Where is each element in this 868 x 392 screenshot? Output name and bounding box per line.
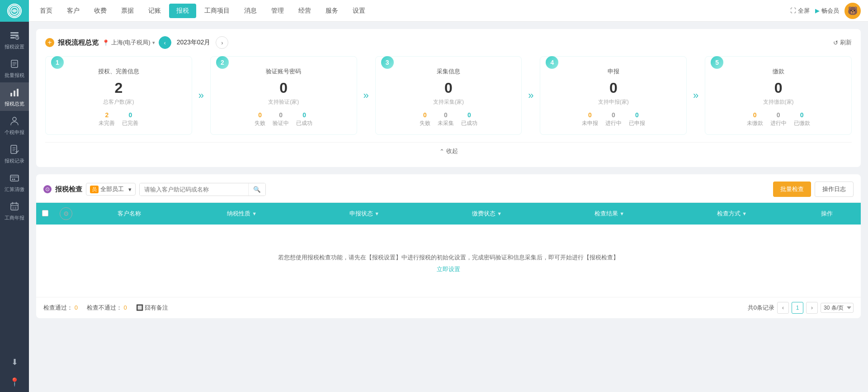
step-title-2: 验证账号密码 [218,67,349,76]
stat-num-5-1: 0 [777,111,780,119]
filter-filing-status-icon[interactable]: ▼ [374,211,379,216]
col-check-result: 检查结果 ▼ [548,203,670,225]
fail-count[interactable]: 0 [123,304,127,311]
chevron-down-icon: ▾ [152,40,155,46]
sidebar-item-tax-overview[interactable]: 报税总览 [0,82,29,111]
nav-accounting[interactable]: 记账 [141,0,168,21]
header-actions: 批量检查 操作日志 [773,182,854,197]
staff-icon: 员 [90,186,99,193]
flow-location[interactable]: 📍 上海(电子税局) ▾ [102,38,155,47]
stat-num-2-1: 0 [279,111,283,119]
sidebar-item-settlement[interactable]: 汇算清缴 [0,168,29,196]
nav-settings[interactable]: 设置 [345,0,373,21]
location-pin-icon: 📍 [8,376,21,388]
current-month: 2023年02月 [177,38,211,47]
svg-point-12 [12,179,14,180]
operation-log-button[interactable]: 操作日志 [815,182,854,197]
select-all-checkbox[interactable] [42,210,48,216]
sidebar-item-annual-report[interactable]: 工商年报 [0,196,29,225]
stat-label-4-2: 已申报 [629,120,645,127]
sidebar-item-batch-tax[interactable]: 批量报税 [0,54,29,82]
footer-fail-stat: 检查不通过： 0 [87,304,127,312]
svg-rect-1 [10,32,19,33]
search-input[interactable] [140,183,248,196]
stat-num-1-1: 0 [128,111,132,119]
step-big-num-1: 2 [53,79,184,96]
nav-message[interactable]: 消息 [237,0,264,21]
nav-invoice[interactable]: 票据 [114,0,141,21]
stat-4-1: 0 进行中 [605,111,622,127]
fullscreen-btn[interactable]: ⛶ 全屏 [790,7,810,15]
step-num-5: 5 [711,56,723,69]
nav-right-actions: ⛶ 全屏 ▶ 畅会员 🐻 [790,3,868,19]
tax-record-icon [8,143,21,156]
member-btn[interactable]: ▶ 畅会员 [815,7,839,15]
stat-1-0: 2 未完善 [99,111,115,127]
tax-overview-icon [8,86,21,99]
prev-month-btn[interactable]: ‹ [159,36,171,49]
stat-4-2: 0 已申报 [629,111,645,127]
step-big-num-5: 0 [712,79,844,96]
per-page-selector[interactable]: 30 条/页 [821,303,854,313]
check-section-icon: ⊙ [43,185,52,193]
sidebar-item-location[interactable]: 📍 [0,372,29,392]
step-sub-4: 支持申报(家) [547,98,679,106]
step-big-num-2: 0 [218,79,349,96]
filter-payment-status-icon[interactable]: ▼ [497,211,502,216]
sidebar-label-tax-settings: 报税设置 [5,43,24,50]
stat-label-5-2: 已缴款 [794,120,810,127]
stat-5-2: 0 已缴款 [794,111,810,127]
pass-count[interactable]: 0 [75,304,78,311]
nav-service[interactable]: 服务 [318,0,345,21]
staff-label: 全部员工 [100,185,124,193]
sidebar-item-tax-record[interactable]: 报税记录 [0,139,29,168]
step-sub-3: 支持采集(家) [383,98,514,106]
nav-operation[interactable]: 经营 [291,0,318,21]
refresh-button[interactable]: ↺ 刷新 [833,38,852,47]
next-page-btn[interactable]: › [806,302,818,314]
svg-rect-8 [17,89,19,96]
staff-selector[interactable]: 员 全部员工 ▾ [86,183,136,196]
col-tax-type: 纳税性质 ▼ [181,203,303,225]
filter-check-method-icon[interactable]: ▼ [742,211,747,216]
stat-2-2: 0 已成功 [296,111,312,127]
search-button[interactable]: 🔍 [248,183,265,196]
nav-tax[interactable]: 报税 [169,4,196,18]
plus-circle-icon: + [45,38,54,47]
sidebar-item-tax-settings[interactable]: 报税设置 [0,25,29,54]
stat-label-3-0: 失败 [420,120,430,127]
filter-tax-type-icon[interactable]: ▼ [252,211,257,216]
sidebar-item-download[interactable]: ⬇ [0,352,29,372]
sidebar-item-personal-filing[interactable]: 个税申报 [0,111,29,139]
filter-check-result-icon[interactable]: ▼ [619,211,624,216]
setting-link[interactable]: 立即设置 [437,266,460,272]
location-icon: 📍 [102,39,109,46]
sidebar-label-batch-tax: 批量报税 [5,72,24,79]
nav-manage[interactable]: 管理 [264,0,291,21]
svg-point-9 [13,117,16,121]
table-gear-icon[interactable]: ⚙ [60,207,72,220]
collapse-bar[interactable]: ⌃ 收起 [45,142,852,160]
empty-text: 若您想使用报税检查功能，请先在【报税设置】中进行报税的初始化设置，完成密码验证和… [278,254,619,261]
nav-business[interactable]: 工商项目 [197,0,237,21]
batch-check-button[interactable]: 批量检查 [773,182,811,197]
search-icon: 🔍 [253,186,261,193]
step-card-3: 3 采集信息 0 支持采集(家) 0 失败 0 未采集 0 已成功 [375,56,522,135]
nav-home[interactable]: 首页 [33,0,60,21]
step-stats-1: 2 未完善 0 已完善 [53,111,184,127]
nav-customer[interactable]: 客户 [60,0,87,21]
current-page-display: 1 [792,302,803,314]
avatar[interactable]: 🐻 [844,3,861,19]
prev-page-btn[interactable]: ‹ [777,302,789,314]
flow-card-header: + 报税流程总览 📍 上海(电子税局) ▾ ‹ 2023年02月 › ↺ 刷新 [45,36,852,49]
collapse-label: 收起 [446,147,458,155]
col-check-method: 检查方式 ▼ [670,203,793,225]
flow-overview-card: + 报税流程总览 📍 上海(电子税局) ▾ ‹ 2023年02月 › ↺ 刷新 … [36,29,861,167]
pagination: 共0条记录 ‹ 1 › 30 条/页 [748,302,854,314]
col-customer-name: 客户名称 [78,203,181,225]
table-body-scroll: 若您想使用报税检查功能，请先在【报税设置】中进行报税的初始化设置，完成密码验证和… [36,225,861,297]
footer-pass-stat: 检查通过： 0 [43,304,78,312]
next-month-btn[interactable]: › [216,36,228,49]
nav-fee[interactable]: 收费 [87,0,114,21]
svg-rect-2 [10,35,19,36]
